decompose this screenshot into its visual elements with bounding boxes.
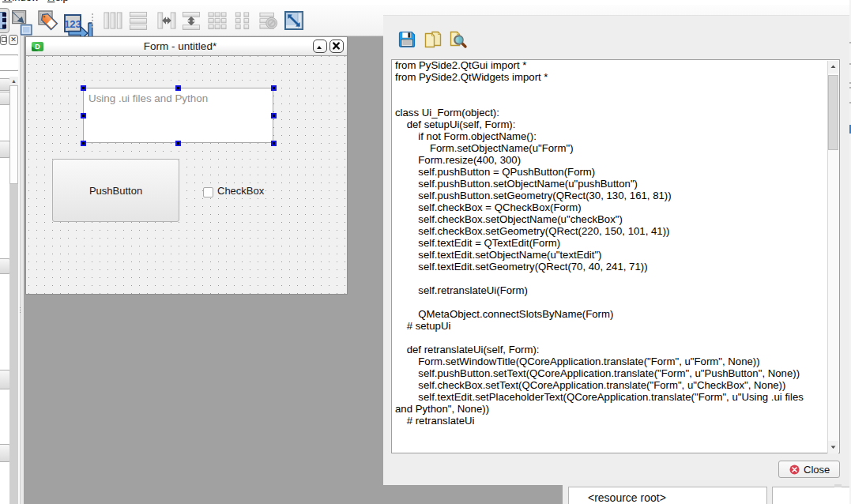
svg-text:123: 123 bbox=[64, 18, 81, 30]
